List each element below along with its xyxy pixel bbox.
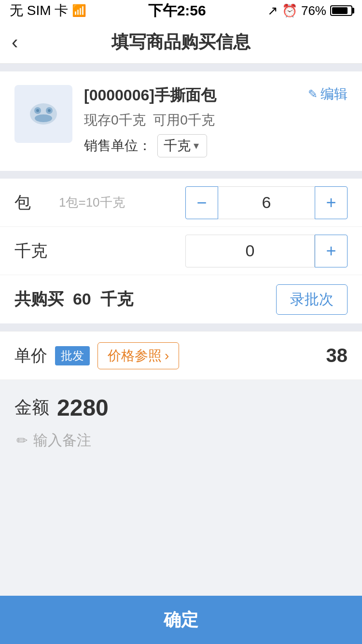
product-card: [0000006]手撕面包 现存0千克 可用0千克 销售单位： 千克 ✎ 编辑	[0, 71, 362, 171]
status-right: ↗ ⏰ 76%	[267, 3, 352, 18]
divider-price	[0, 323, 362, 331]
input-section: 包 1包=10千克 − + 千克 +	[0, 179, 362, 275]
svg-point-4	[36, 109, 39, 112]
battery-percent: 76%	[301, 3, 326, 18]
product-stock: 现存0千克 可用0千克	[84, 111, 348, 129]
package-hint: 1包=10千克	[59, 194, 185, 211]
package-input[interactable]	[218, 186, 315, 219]
kilogram-row: 千克 +	[0, 227, 362, 275]
amount-value: 2280	[57, 394, 109, 421]
confirm-button[interactable]: 确定	[0, 596, 362, 644]
edit-button[interactable]: ✎ 编辑	[308, 85, 348, 103]
back-button[interactable]: ‹	[12, 31, 18, 53]
amount-row: 金额 2280	[14, 394, 348, 421]
amount-label: 金额	[14, 396, 49, 420]
carrier-label: 无 SIM 卡	[10, 1, 68, 20]
price-ref-label: 价格参照	[108, 347, 162, 365]
status-bar: 无 SIM 卡 📶 下午2:56 ↗ ⏰ 76%	[0, 0, 362, 21]
location-icon: ↗	[267, 3, 278, 18]
batch-tag: 批发	[55, 346, 90, 365]
kilogram-controls: +	[185, 235, 348, 267]
package-label: 包	[14, 192, 53, 214]
unit-value: 千克	[164, 137, 191, 155]
status-time: 下午2:56	[148, 1, 206, 21]
wifi-icon: 📶	[72, 4, 86, 17]
product-unit-row: 销售单位： 千克	[84, 134, 348, 157]
edit-icon: ✎	[308, 87, 318, 101]
amount-section: 金额 2280 ✏ 输入备注	[0, 380, 362, 460]
price-row: 单价 批发 价格参照 › 38	[0, 332, 362, 380]
price-section: 单价 批发 价格参照 › 38	[0, 331, 362, 380]
note-row[interactable]: ✏ 输入备注	[14, 431, 348, 450]
package-plus-button[interactable]: +	[315, 186, 348, 219]
package-minus-button[interactable]: −	[185, 186, 218, 219]
svg-point-5	[48, 109, 51, 112]
summary-row: 共购买 60 千克 录批次	[0, 275, 362, 323]
kilogram-label: 千克	[14, 240, 53, 262]
price-label: 单价	[14, 345, 47, 367]
batch-button[interactable]: 录批次	[276, 284, 348, 315]
alarm-icon: ⏰	[282, 3, 297, 18]
price-value: 38	[326, 345, 348, 366]
kilogram-input[interactable]	[185, 235, 315, 267]
divider-top	[0, 64, 362, 71]
unit-dropdown[interactable]: 千克	[157, 134, 207, 157]
price-ref-button[interactable]: 价格参照 ›	[97, 342, 179, 369]
summary-section: 共购买 60 千克 录批次	[0, 275, 362, 323]
edit-label: 编辑	[320, 85, 348, 103]
note-icon: ✏	[16, 433, 28, 448]
divider-middle	[0, 171, 362, 179]
svg-point-3	[35, 114, 52, 122]
status-left: 无 SIM 卡 📶	[10, 1, 86, 20]
summary-text: 共购买 60 千克	[14, 288, 133, 310]
nav-bar: ‹ 填写商品购买信息	[0, 21, 362, 64]
product-image	[14, 85, 72, 143]
package-row: 包 1包=10千克 − +	[0, 179, 362, 227]
note-placeholder: 输入备注	[33, 431, 91, 450]
battery-icon	[330, 5, 352, 16]
summary-quantity: 60	[73, 290, 91, 308]
package-controls: − +	[185, 186, 348, 219]
price-ref-arrow: ›	[165, 348, 169, 364]
kilogram-plus-button[interactable]: +	[315, 235, 348, 267]
page-title: 填写商品购买信息	[111, 30, 251, 54]
